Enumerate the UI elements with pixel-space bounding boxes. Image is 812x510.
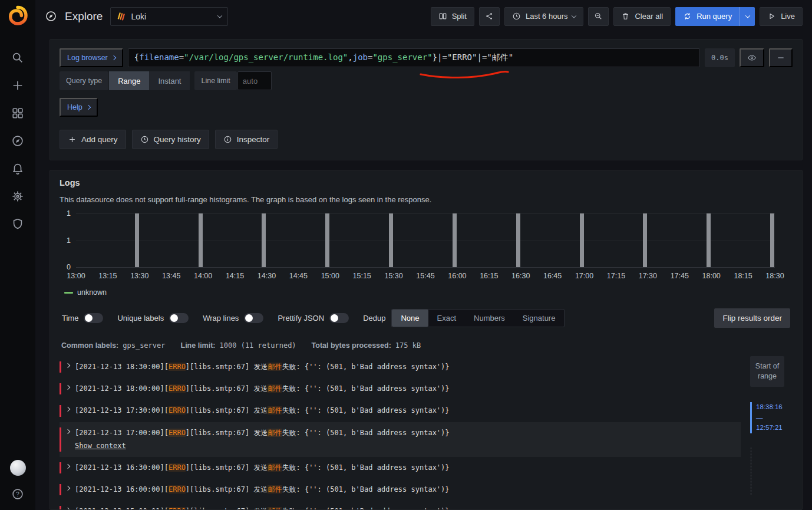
- collapse-query-button[interactable]: [769, 48, 793, 67]
- bell-icon: [11, 162, 24, 175]
- expand-chevron-icon[interactable]: [65, 385, 70, 390]
- log-message: [2021-12-13 18:00:00][ERRO][libs.smtp:67…: [75, 383, 450, 394]
- log-level-bar: [60, 361, 61, 373]
- user-avatar[interactable]: [10, 460, 26, 476]
- x-axis-tick: 16:15: [480, 272, 498, 280]
- toggle-prettify-json[interactable]: Prettify JSON: [278, 313, 349, 323]
- query-token: job: [353, 52, 368, 62]
- expand-chevron-icon[interactable]: [65, 363, 70, 368]
- sidebar-item-create[interactable]: [11, 79, 25, 93]
- toggle-switch[interactable]: [169, 313, 189, 323]
- histogram-bar: [770, 213, 774, 267]
- show-context-link[interactable]: Show context: [75, 440, 126, 452]
- query-preview-button[interactable]: [740, 48, 764, 67]
- dedup-option-numbers[interactable]: Numbers: [465, 310, 514, 327]
- expand-chevron-icon[interactable]: [65, 407, 70, 412]
- inspector-button[interactable]: Inspector: [215, 130, 278, 149]
- log-row[interactable]: [2021-12-13 18:00:00][ERRO][libs.smtp:67…: [60, 378, 741, 400]
- start-of-range-marker[interactable]: Start of range: [750, 356, 784, 387]
- add-query-button[interactable]: Add query: [60, 130, 126, 149]
- expand-chevron-icon[interactable]: [65, 429, 70, 433]
- log-row[interactable]: [2021-12-13 15:00:01][ERRO][libs.smtp:67…: [60, 501, 741, 510]
- zoom-out-button[interactable]: [588, 7, 609, 26]
- dedup-option-none[interactable]: None: [392, 310, 428, 327]
- help-label: Help: [67, 103, 82, 111]
- sync-icon: [683, 12, 692, 21]
- sidebar-item-explore[interactable]: [11, 134, 25, 149]
- log-row[interactable]: [2021-12-13 17:00:00][ERRO][libs.smtp:67…: [60, 422, 741, 457]
- query-token: ,: [348, 52, 352, 62]
- explore-compass-icon: [45, 10, 57, 22]
- sidebar-item-dashboards[interactable]: [11, 107, 25, 121]
- timeline-range-to: 12:57:21: [756, 423, 783, 433]
- expand-chevron-icon[interactable]: [65, 464, 70, 469]
- datasource-picker[interactable]: Loki: [110, 7, 228, 26]
- log-browser-button[interactable]: Log browser: [60, 48, 123, 67]
- log-row[interactable]: [2021-12-13 16:00:00][ERRO][libs.smtp:67…: [60, 479, 741, 501]
- sidebar-item-help[interactable]: ?: [11, 488, 25, 502]
- sidebar-item-search[interactable]: [11, 51, 25, 65]
- clear-all-button[interactable]: Clear all: [613, 7, 671, 26]
- x-axis-tick: 13:30: [130, 272, 148, 280]
- x-axis-tick: 14:45: [289, 272, 308, 280]
- gridline: [76, 241, 775, 241]
- histogram-bar: [580, 213, 584, 267]
- query-type-range[interactable]: Range: [109, 71, 149, 90]
- zoom-out-icon: [594, 12, 603, 21]
- log-row[interactable]: [2021-12-13 17:30:00][ERRO][libs.smtp:67…: [60, 400, 741, 422]
- toggle-wrap-lines[interactable]: Wrap lines: [203, 313, 263, 323]
- log-message: [2021-12-13 17:30:00][ERRO][libs.smtp:67…: [75, 405, 450, 416]
- expand-chevron-icon[interactable]: [65, 486, 70, 491]
- timeline-dashed-track[interactable]: [751, 448, 751, 495]
- expand-chevron-icon[interactable]: [65, 508, 70, 510]
- query-type-instant[interactable]: Instant: [149, 71, 190, 90]
- live-button[interactable]: Live: [760, 7, 803, 26]
- query-type-label: Query type: [60, 71, 108, 90]
- chart-legend[interactable]: unknown: [64, 288, 793, 297]
- query-history-button[interactable]: Query history: [132, 130, 209, 149]
- run-query-main[interactable]: Run query: [675, 7, 740, 26]
- query-token: "/var/log/gps_server/runtime.log": [184, 52, 348, 62]
- query-expression-input[interactable]: {filename="/var/log/gps_server/runtime.l…: [128, 48, 700, 67]
- query-token: }: [433, 52, 437, 62]
- line-limit-input[interactable]: [237, 71, 272, 90]
- inspector-label: Inspector: [237, 135, 270, 144]
- toggle-unique-labels[interactable]: Unique labels: [117, 313, 189, 323]
- toggle-switch[interactable]: [329, 313, 349, 323]
- log-level-bar: [60, 462, 61, 473]
- share-button[interactable]: [479, 7, 500, 26]
- sidebar-item-alerting[interactable]: [11, 162, 25, 176]
- timeline-range[interactable]: 18:38:16 — 12:57:21: [750, 402, 783, 433]
- loki-logo-icon: [117, 12, 126, 21]
- add-query-label: Add query: [81, 135, 118, 144]
- run-query-dropdown[interactable]: [740, 7, 755, 26]
- query-duration: 0.0s: [705, 48, 735, 67]
- sidebar-item-server-admin[interactable]: [11, 218, 25, 232]
- toggle-switch[interactable]: [84, 313, 103, 323]
- sidebar-item-configuration[interactable]: [11, 190, 25, 204]
- gear-icon: [11, 190, 24, 203]
- log-level-bar: [60, 484, 61, 495]
- log-row[interactable]: [2021-12-13 18:30:00][ERRO][libs.smtp:67…: [60, 356, 741, 378]
- log-level-bar: [60, 405, 61, 416]
- dedup-group: NoneExactNumbersSignature: [391, 309, 565, 327]
- log-row[interactable]: [2021-12-13 16:30:00][ERRO][libs.smtp:67…: [60, 457, 741, 479]
- toggle-time[interactable]: Time: [62, 313, 103, 323]
- toggle-label: Prettify JSON: [278, 314, 324, 323]
- dedup-option-signature[interactable]: Signature: [514, 310, 565, 327]
- time-range-picker[interactable]: Last 6 hours: [504, 7, 584, 26]
- toggle-switch[interactable]: [244, 313, 263, 323]
- plus-icon: [68, 135, 77, 144]
- help-button[interactable]: Help: [60, 98, 98, 117]
- split-label: Split: [452, 12, 467, 21]
- dedup-option-exact[interactable]: Exact: [428, 310, 466, 327]
- run-query-button[interactable]: Run query: [675, 7, 755, 26]
- x-axis-tick: 16:00: [448, 272, 466, 280]
- split-button[interactable]: Split: [431, 7, 474, 26]
- explore-toolbar: Explore Loki Split Last 6 hours: [35, 0, 812, 32]
- split-icon: [438, 12, 447, 21]
- toggle-knob: [85, 314, 93, 322]
- grafana-logo-icon[interactable]: [8, 5, 28, 25]
- gridline: [76, 213, 775, 214]
- flip-results-order-button[interactable]: Flip results order: [714, 308, 790, 328]
